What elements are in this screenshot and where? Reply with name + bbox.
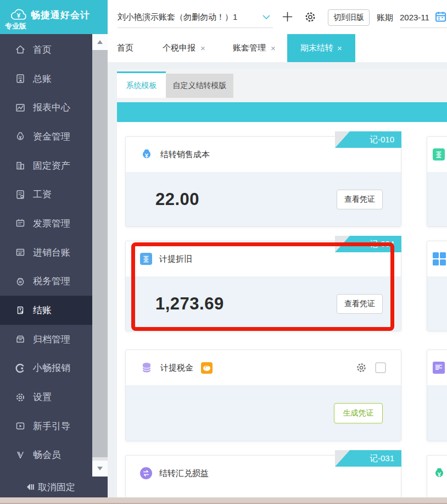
gear-icon (15, 392, 26, 403)
card-amount: 22.00 (155, 190, 199, 209)
tax-icon (15, 276, 26, 287)
collapse-icon (26, 483, 36, 491)
subtab-custom-template[interactable]: 自定义结转模版 (166, 74, 233, 98)
view-voucher-button[interactable]: 查看凭证 (337, 190, 383, 209)
sidebar-item-settings[interactable]: 设置 (0, 383, 92, 412)
daybook-icon (15, 247, 26, 258)
bottom-edge-strip (0, 497, 447, 504)
card-right-2 (427, 241, 447, 331)
voucher-badge: 记-010 (335, 131, 401, 148)
sidebar-item-fixed-assets[interactable]: 固定资产 (0, 151, 92, 180)
reimburse-icon (15, 363, 26, 374)
close-icon[interactable]: × (200, 43, 205, 53)
archive-icon (15, 334, 26, 345)
card-exchange-gain-loss: 记-031 结转汇兑损益 (125, 455, 401, 497)
card-right-4 (427, 455, 447, 497)
tab-personal-tax[interactable]: 个税申报 × (163, 34, 205, 62)
tab-bar: 首页 个税申报 × 账套管理 × 期末结转 × (108, 34, 447, 62)
generate-voucher-button[interactable]: 生成凭证 (334, 403, 383, 423)
triangle-down-icon (97, 467, 103, 470)
grid-blue-icon (433, 252, 446, 265)
scroll-up-button[interactable] (92, 34, 108, 50)
moneybag-green-icon (433, 467, 446, 480)
home-icon (15, 44, 26, 55)
account-selector[interactable]: 刘小艳演示账套（勿删勿动！）1 (118, 12, 237, 23)
tab-home[interactable]: 首页 (117, 34, 133, 62)
card-title: 结转汇兑损益 (159, 468, 209, 479)
moneybag-blue-icon (140, 148, 153, 161)
sidebar-item-general-ledger[interactable]: 总账 (0, 64, 92, 93)
card-checkbox[interactable] (375, 362, 386, 373)
sidebar: 首页 总账 报表中心 资金管理 固定资产 工资 发票管理 进销台账 (0, 34, 108, 497)
teal-toolbar (117, 102, 447, 122)
brand-name: 畅捷通好会计 (31, 9, 90, 21)
exchange-icon (140, 467, 152, 479)
sidebar-item-archive[interactable]: 归档管理 (0, 325, 92, 354)
account-underline (118, 27, 273, 28)
top-header: 畅捷通好会计 专业版 刘小艳演示账套（勿删勿动！）1 切到旧版 账期 2023-… (0, 0, 447, 34)
scrollbar-thumb[interactable] (92, 50, 108, 457)
invoice-icon (15, 218, 26, 229)
highlight-annotation-box (131, 242, 394, 331)
closing-icon (15, 305, 26, 316)
list-purple-icon (433, 362, 445, 374)
member-icon (15, 450, 26, 461)
sidebar-item-funds[interactable]: 资金管理 (0, 122, 92, 151)
card-right-1 (427, 136, 447, 227)
close-icon[interactable]: × (337, 43, 342, 53)
moneybag-icon (15, 131, 26, 142)
brand-edition: 专业版 (5, 21, 26, 31)
calendar-icon[interactable] (434, 10, 447, 23)
plus-icon[interactable] (282, 11, 293, 23)
card-right-3 (427, 350, 447, 441)
triangle-up-icon (97, 40, 103, 44)
period-label: 账期 (377, 13, 393, 23)
sidebar-menu: 首页 总账 报表中心 资金管理 固定资产 工资 发票管理 进销台账 (0, 34, 92, 469)
period-underline (400, 27, 447, 28)
subtab-system-template[interactable]: 系统模板 (117, 71, 166, 98)
card-carryover-sales-cost: 记-010 结转销售成本 22.00 查看凭证 (125, 136, 401, 227)
sidebar-item-invoice[interactable]: 发票管理 (0, 209, 92, 238)
sidebar-item-member[interactable]: 畅会员 (0, 441, 92, 470)
brand-logo: 畅捷通好会计 专业版 (0, 0, 108, 34)
card-tax-accrual: 计提税金 生成凭证 (125, 350, 401, 441)
report-icon (15, 102, 26, 113)
sidebar-item-report-center[interactable]: 报表中心 (0, 93, 92, 122)
gear-icon[interactable] (355, 362, 367, 374)
scroll-down-button[interactable] (92, 461, 108, 477)
sidebar-item-guide[interactable]: 新手引导 (0, 412, 92, 441)
switch-to-old-version-button[interactable]: 切到旧版 (328, 9, 370, 26)
sidebar-item-home[interactable]: 首页 (0, 35, 92, 64)
period-value[interactable]: 2023-11 (400, 13, 429, 22)
ledger-icon (15, 73, 26, 84)
gear-icon[interactable] (304, 10, 317, 24)
building-icon (15, 160, 26, 171)
card-title: 计提税金 (160, 363, 193, 373)
sidebar-item-daybook[interactable]: 进销台账 (0, 238, 92, 267)
cloud-logo-icon (9, 7, 29, 23)
sidebar-item-tax[interactable]: 税务管理 (0, 267, 92, 296)
sidebar-item-salary[interactable]: 工资 (0, 180, 92, 209)
tax-coins-icon (140, 361, 153, 374)
list-green-icon (433, 148, 445, 160)
sidebar-scrollbar[interactable] (92, 34, 108, 477)
guide-icon (15, 420, 26, 431)
salary-icon (15, 189, 26, 200)
sidebar-item-closing[interactable]: 结账 (0, 296, 92, 325)
sidebar-footer-unpin[interactable]: 取消固定 (0, 477, 108, 497)
tab-period-closing[interactable]: 期末结转 × (287, 34, 355, 62)
close-icon[interactable]: × (271, 43, 276, 53)
sidebar-item-reimburse[interactable]: 小畅报销 (0, 354, 92, 383)
card-title: 结转销售成本 (160, 149, 210, 160)
voucher-badge: 记-031 (335, 450, 401, 467)
tab-account-set[interactable]: 账套管理 × (233, 34, 276, 62)
tax-orange-badge-icon (201, 362, 213, 374)
chevron-down-icon[interactable] (262, 14, 271, 20)
